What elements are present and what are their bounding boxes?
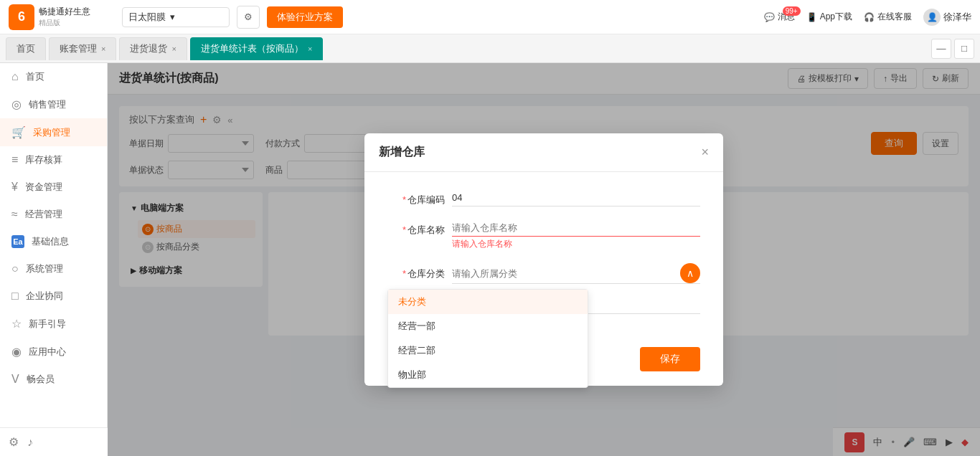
sidebar-item-operations[interactable]: ≈ 经营管理	[0, 201, 107, 228]
sidebar-item-home[interactable]: ⌂ 首页	[0, 63, 107, 90]
logo-text: 畅捷通好生意 精品版	[39, 6, 90, 27]
dropdown-item-0[interactable]: 未分类	[388, 290, 588, 314]
basic-icon: Ea	[11, 235, 24, 248]
form-row-name: 仓库名称 请输入仓库名称	[387, 219, 700, 250]
chevron-down-icon: ▾	[170, 11, 175, 22]
category-input[interactable]	[452, 265, 680, 282]
name-input[interactable]	[452, 219, 700, 237]
logo-icon: 6	[9, 4, 34, 30]
modal-close-button[interactable]: ×	[701, 145, 709, 160]
name-field-wrapper: 请输入仓库名称	[452, 219, 700, 250]
operations-icon: ≈	[11, 208, 18, 221]
sidebar-inventory-label: 库存核算	[25, 153, 62, 166]
category-label: 仓库分类	[387, 263, 445, 280]
home-icon: ⌂	[11, 70, 19, 83]
save-button[interactable]: 保存	[640, 347, 700, 371]
name-error-msg: 请输入仓库名称	[452, 238, 700, 250]
tab-purchase-stats[interactable]: 进货单统计表（按商品） ×	[190, 37, 323, 60]
store-name: 日太阳膜	[128, 11, 166, 24]
online-service-item[interactable]: 🎧 在线客服	[864, 11, 912, 23]
sidebar-finance-label: 资金管理	[25, 181, 62, 194]
sales-icon: ◎	[11, 98, 22, 111]
new-warehouse-modal: 新增仓库 × 仓库编码 仓库名称	[364, 133, 723, 386]
sidebar-item-enterprise[interactable]: □ 企业协同	[0, 282, 107, 310]
tab-purchase-stats-close[interactable]: ×	[308, 44, 312, 53]
sidebar-basic-label: 基础信息	[32, 235, 69, 248]
sidebar-item-basic[interactable]: Ea 基础信息	[0, 228, 107, 255]
finance-icon: ¥	[11, 181, 18, 194]
modal-title: 新增仓库	[379, 145, 425, 160]
system-icon: ○	[11, 262, 19, 275]
sidebar-item-vip[interactable]: V 畅会员	[0, 366, 107, 393]
app-download-item[interactable]: 📱 App下载	[806, 11, 852, 23]
sidebar-home-label: 首页	[26, 70, 44, 83]
sidebar-item-finance[interactable]: ¥ 资金管理	[0, 174, 107, 201]
code-input[interactable]	[452, 189, 700, 206]
phone-icon: 📱	[806, 12, 817, 22]
store-selector[interactable]: 日太阳膜 ▾	[122, 7, 230, 27]
modal-overlay: 新增仓库 × 仓库编码 仓库名称	[108, 63, 980, 456]
category-dropdown-wrapper: ∧ 未分类 经营一部 经营二部 物业部	[452, 263, 700, 284]
category-dropdown-list: 未分类 经营一部 经营二部 物业部	[387, 289, 588, 388]
sidebar-system-label: 系统管理	[26, 262, 63, 275]
sidebar-item-inventory[interactable]: ≡ 库存核算	[0, 146, 107, 174]
inventory-icon: ≡	[11, 153, 18, 166]
user-item[interactable]: 👤 徐泽华	[923, 9, 971, 26]
sidebar-settings-icon[interactable]: ⚙	[9, 435, 19, 449]
tab-purchase-return[interactable]: 进货退货 ×	[119, 37, 187, 60]
dropdown-item-1[interactable]: 经营一部	[388, 314, 588, 338]
sidebar-sales-label: 销售管理	[29, 98, 66, 111]
form-row-code: 仓库编码	[387, 189, 700, 206]
online-service-label: 在线客服	[877, 11, 912, 23]
gear-icon: ⚙	[244, 11, 253, 22]
form-row-category: 仓库分类 ∧ 未分类 经营一部 经营二部 物业部	[387, 263, 700, 284]
top-header: 6 畅捷通好生意 精品版 日太阳膜 ▾ ⚙ 体验行业方案 💬 消息 99+ 📱 …	[0, 0, 980, 34]
sidebar: ⌂ 首页 ◎ 销售管理 🛒 采购管理 ≡ 库存核算 ¥ 资金管理 ≈ 经营管理 …	[0, 63, 108, 456]
app-center-icon: ◉	[11, 345, 22, 358]
content-area: 进货单统计(按商品) 🖨 按模板打印 ▾ ↑ 导出 ↻ 刷新	[108, 63, 980, 456]
dropdown-item-3[interactable]: 物业部	[388, 363, 588, 387]
sidebar-operations-label: 经营管理	[25, 208, 62, 221]
dropdown-item-2[interactable]: 经营二部	[388, 338, 588, 363]
tab-purchase-return-close[interactable]: ×	[171, 44, 176, 53]
tab-accounts-close[interactable]: ×	[101, 44, 105, 53]
newbie-icon: ☆	[11, 317, 22, 331]
sidebar-newbie-label: 新手引导	[29, 318, 66, 331]
settings-button[interactable]: ⚙	[237, 6, 260, 29]
notification-item[interactable]: 💬 消息 99+	[764, 11, 795, 23]
dropdown-input-row: ∧	[452, 263, 700, 284]
dropdown-arrow-button[interactable]: ∧	[680, 263, 700, 283]
purchase-icon: 🛒	[11, 125, 26, 139]
sidebar-volume-icon[interactable]: ♪	[27, 436, 33, 449]
vip-icon: V	[11, 373, 19, 386]
maximize-button[interactable]: □	[954, 39, 974, 59]
tab-accounts-label: 账套管理	[60, 42, 97, 55]
tab-purchase-stats-label: 进货单统计表（按商品）	[201, 42, 303, 55]
sidebar-item-system[interactable]: ○ 系统管理	[0, 255, 107, 282]
name-label: 仓库名称	[387, 219, 445, 237]
modal-body: 仓库编码 仓库名称 请输入仓库名称	[364, 172, 723, 338]
app-download-label: App下载	[820, 11, 852, 23]
sidebar-item-sales[interactable]: ◎ 销售管理	[0, 90, 107, 118]
sidebar-item-purchase[interactable]: 🛒 采购管理	[0, 118, 107, 146]
code-field-wrapper	[452, 189, 700, 206]
sidebar-purchase-label: 采购管理	[33, 126, 70, 139]
trial-button[interactable]: 体验行业方案	[267, 6, 343, 28]
user-avatar: 👤	[923, 9, 941, 26]
tab-home-label: 首页	[17, 42, 35, 55]
modal-header: 新增仓库 ×	[364, 133, 723, 172]
tab-purchase-return-label: 进货退货	[130, 42, 167, 55]
sidebar-item-app-center[interactable]: ◉ 应用中心	[0, 338, 107, 366]
tab-accounts[interactable]: 账套管理 ×	[49, 37, 116, 60]
tab-window-actions: — □	[931, 39, 974, 59]
tab-home[interactable]: 首页	[6, 37, 46, 60]
user-name: 徐泽华	[943, 11, 971, 24]
tab-bar: 首页 账套管理 × 进货退货 × 进货单统计表（按商品） × — □	[0, 34, 980, 63]
enterprise-icon: □	[11, 290, 19, 303]
logo-area: 6 畅捷通好生意 精品版	[9, 4, 115, 30]
sidebar-item-newbie[interactable]: ☆ 新手引导	[0, 310, 107, 338]
header-right: 💬 消息 99+ 📱 App下载 🎧 在线客服 👤 徐泽华	[764, 9, 971, 26]
minimize-button[interactable]: —	[931, 39, 951, 59]
sidebar-bottom: ⚙ ♪	[0, 427, 108, 456]
headset-icon: 🎧	[864, 12, 875, 22]
